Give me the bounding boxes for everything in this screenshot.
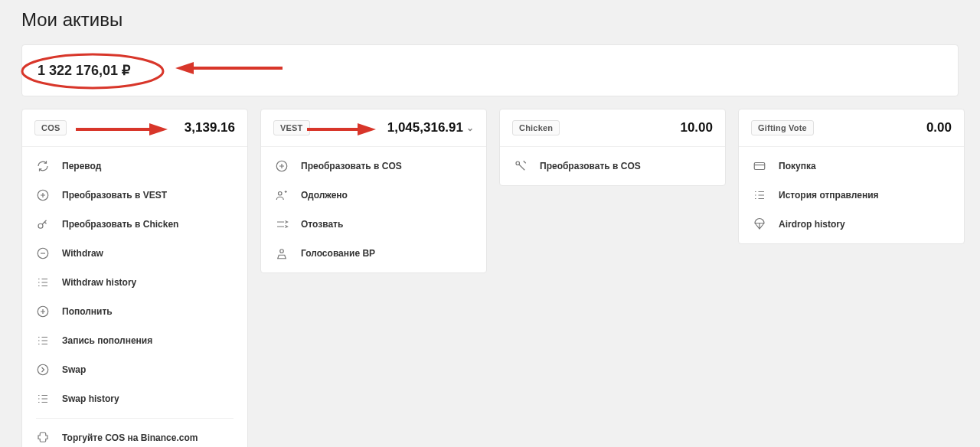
asset-header-cos: COS 3,139.16 [22,109,247,147]
svg-rect-10 [754,163,765,170]
asset-value-cos: 3,139.16 [185,120,235,135]
chevron-down-icon: ⌄ [466,122,474,133]
action-convert-to-vest[interactable]: Преобразовать в VEST [22,181,247,210]
asset-card-gifting-vote: Gifting Vote 0.00 Покупка История отправ… [738,109,965,244]
plus-circle-icon [36,305,50,318]
action-label: Торгуйте COS на Binance.com [62,432,198,443]
action-label: Отозвать [301,219,343,230]
action-swap-history[interactable]: Swap history [22,384,247,413]
key-icon [36,217,50,231]
action-label: Преобразовать в COS [540,161,641,171]
minus-circle-icon [36,246,50,260]
svg-point-2 [38,224,43,228]
action-label: Перевод [62,161,101,171]
asset-tag-gifting-vote: Gifting Vote [751,120,814,135]
action-convert-to-cos[interactable]: Преобразовать в COS [261,152,486,181]
action-label: Голосование BP [301,248,375,259]
action-label: Withdraw history [62,277,136,288]
action-convert-to-cos[interactable]: Преобразовать в COS [500,152,725,181]
action-label: История отправления [779,190,879,201]
total-balance-card: 1 322 176,01 ₽ [21,44,959,96]
action-label: Withdraw [62,248,103,259]
utensil-icon [514,159,528,173]
action-label: Покупка [779,161,816,171]
action-recall[interactable]: Отозвать [261,210,486,239]
plus-circle-icon [36,188,50,202]
action-label: Преобразовать в VEST [62,190,167,201]
vote-icon [275,246,289,260]
list-icon [36,276,50,289]
parachute-icon [753,217,766,231]
asset-header-gifting-vote: Gifting Vote 0.00 [739,109,964,147]
action-label: Swap history [62,393,119,404]
refresh-icon [36,159,50,173]
divider [36,418,234,419]
annotation-arrow-total [175,62,283,85]
list-icon [36,334,50,347]
svg-point-7 [279,192,283,196]
svg-point-8 [280,250,284,253]
asset-tag-cos: COS [34,120,67,135]
action-withdraw[interactable]: Withdraw [22,239,247,268]
asset-tag-vest: VEST [273,120,310,135]
action-label: Преобразовать в Chicken [62,219,178,230]
asset-tag-chicken: Chicken [512,120,560,135]
action-label: Swap [62,364,86,375]
recall-icon [275,217,289,231]
action-label: Запись пополнения [62,335,152,346]
asset-value-chicken: 10.00 [680,120,713,135]
action-deposit-history[interactable]: Запись пополнения [22,326,247,355]
puzzle-icon [36,431,50,445]
asset-card-cos: COS 3,139.16 Перевод Преобразовать в VES… [21,109,248,447]
action-trade-on-binance[interactable]: Торгуйте COS на Binance.com [22,423,247,447]
action-label: Airdrop history [779,219,845,230]
action-lent[interactable]: Одолжено [261,181,486,210]
card-icon [753,159,766,173]
action-label: Одолжено [301,190,348,201]
action-send-history[interactable]: История отправления [739,181,964,210]
total-balance-value: 1 322 176,01 ₽ [38,63,130,78]
action-label: Пополнить [62,306,113,317]
asset-header-vest: VEST 1,045,316.91 ⌄ [261,109,486,147]
action-convert-to-chicken[interactable]: Преобразовать в Chicken [22,210,247,239]
action-airdrop-history[interactable]: Airdrop history [739,210,964,239]
action-purchase[interactable]: Покупка [739,152,964,181]
asset-card-vest: VEST 1,045,316.91 ⌄ Преобразовать в COS [260,109,487,273]
action-deposit[interactable]: Пополнить [22,297,247,326]
action-transfer[interactable]: Перевод [22,152,247,181]
asset-value-gifting-vote: 0.00 [926,120,952,135]
svg-point-5 [38,364,48,375]
asset-value-vest[interactable]: 1,045,316.91 ⌄ [387,120,474,135]
annotation-arrow-vest [307,123,376,135]
page-title: Мои активы [21,9,959,31]
asset-header-chicken: Chicken 10.00 [500,109,725,147]
annotation-arrow-cos [76,123,168,135]
plus-circle-icon [275,159,289,173]
action-swap[interactable]: Swap [22,355,247,384]
action-bp-vote[interactable]: Голосование BP [261,239,486,268]
list-icon [753,188,766,202]
asset-card-chicken: Chicken 10.00 Преобразовать в COS [499,109,726,186]
action-withdraw-history[interactable]: Withdraw history [22,268,247,297]
arrow-right-circle-icon [36,363,50,377]
person-share-icon [275,188,289,202]
action-label: Преобразовать в COS [301,161,402,171]
list-icon [36,392,50,406]
